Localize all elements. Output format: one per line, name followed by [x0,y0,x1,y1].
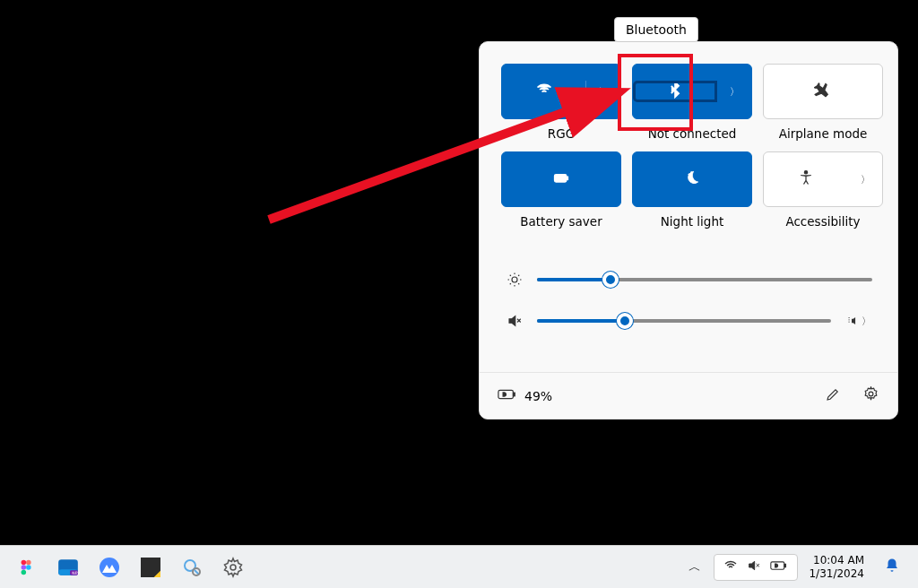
bluetooth-expand-button[interactable]: 〉 [717,85,751,99]
taskbar: NEW ︿ 10:04 AM 1/31/2024 [0,545,918,588]
quick-settings-panel: 〉 RGG 〉 Not connected [479,41,898,419]
accessibility-toggle[interactable] [764,169,848,190]
svg-point-15 [26,565,31,570]
notifications-button[interactable] [875,554,909,581]
bluetooth-tooltip: Bluetooth [614,17,698,42]
svg-point-24 [230,565,236,570]
taskbar-app-settings[interactable] [215,549,251,585]
wifi-label: RGG [548,126,575,141]
wifi-tile[interactable]: 〉 [501,64,621,119]
brightness-icon [505,272,524,288]
airplane-tile-group: Airplane mode [763,64,883,141]
battery-saver-label: Battery saver [520,214,602,229]
accessibility-icon [797,169,815,190]
svg-rect-26 [784,564,786,566]
panel-footer: 49% [480,372,897,419]
clock-date: 1/31/2024 [809,567,864,581]
battery-status[interactable]: 49% [498,387,552,404]
bluetooth-icon [666,81,684,102]
battery-saver-icon [552,169,570,190]
svg-rect-1 [567,177,568,179]
bluetooth-tile-group: 〉 Not connected [632,64,752,141]
svg-point-12 [22,565,26,570]
tooltip-text: Bluetooth [626,22,687,37]
svg-point-14 [26,559,31,565]
wifi-toggle[interactable] [502,81,586,102]
taskbar-app-nordvpn[interactable] [91,549,127,585]
night-light-icon [683,169,701,190]
quick-settings-tiles: 〉 RGG 〉 Not connected [480,42,897,238]
airplane-tile[interactable] [763,64,883,119]
chevron-up-icon: ︿ [688,559,701,575]
taskbar-app-figma[interactable] [9,549,45,585]
accessibility-expand-button[interactable]: 〉 [848,173,882,186]
bell-icon [884,558,900,577]
wifi-icon [535,81,553,102]
chevron-right-icon: 〉 [862,315,871,328]
svg-rect-7 [513,393,515,396]
battery-icon [770,558,788,575]
wifi-tile-group: 〉 RGG [501,64,621,141]
brightness-slider[interactable] [537,278,872,281]
svg-point-5 [512,277,517,282]
taskbar-app-notes[interactable] [133,549,169,585]
svg-point-11 [22,559,26,565]
taskbar-app-outlook[interactable]: NEW [50,549,86,585]
svg-point-2 [688,174,690,176]
volume-slider[interactable] [537,319,831,323]
svg-point-20 [100,558,119,577]
svg-point-13 [22,569,26,575]
accessibility-label: Accessibility [785,214,860,229]
taskbar-right: ︿ 10:04 AM 1/31/2024 [680,554,909,581]
wifi-icon [723,558,738,576]
airplane-icon [814,81,832,102]
audio-output-button[interactable]: 〉 [844,315,872,328]
accessibility-tile[interactable]: 〉 [763,151,883,207]
taskbar-clock[interactable]: 10:04 AM 1/31/2024 [801,554,871,581]
svg-point-8 [869,392,873,396]
tray-quick-settings[interactable] [714,554,798,581]
brightness-slider-row [505,272,872,288]
chevron-right-icon: 〉 [599,85,609,99]
battery-saver-tile-group: Battery saver [501,151,621,229]
night-light-tile-group: Night light [632,151,752,229]
wifi-expand-button[interactable]: 〉 [586,85,620,99]
clock-time: 10:04 AM [809,554,864,567]
svg-text:NEW: NEW [72,570,80,575]
accessibility-tile-group: 〉 Accessibility [763,151,883,229]
taskbar-left: NEW [9,549,251,585]
battery-percent: 49% [524,389,552,403]
volume-mute-icon [747,558,761,576]
edit-button[interactable] [825,386,841,406]
battery-saver-tile[interactable] [501,151,621,207]
volume-slider-row: 〉 [505,313,872,329]
settings-button[interactable] [862,385,879,406]
sliders-section: 〉 [480,238,897,372]
bluetooth-toggle[interactable] [633,81,717,102]
night-light-tile[interactable] [632,151,752,207]
tray-overflow-button[interactable]: ︿ [680,556,710,579]
bluetooth-label: Not connected [648,126,737,141]
svg-point-3 [691,172,692,173]
chevron-right-icon: 〉 [730,85,740,99]
volume-mute-icon[interactable] [505,313,524,329]
taskbar-app-search-settings[interactable] [174,549,210,585]
bluetooth-tile[interactable]: 〉 [632,64,752,119]
svg-point-4 [804,171,807,174]
battery-icon [498,387,517,404]
airplane-label: Airplane mode [779,126,868,141]
night-light-label: Night light [661,214,723,229]
chevron-right-icon: 〉 [861,173,870,186]
